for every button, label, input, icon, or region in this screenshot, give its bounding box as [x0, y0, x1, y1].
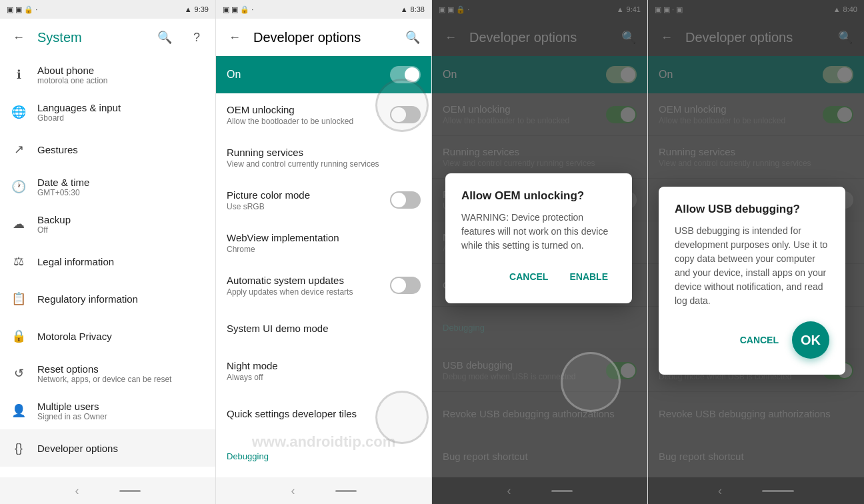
oem-subtitle-mid: Allow the bootloader to be unlocked — [227, 117, 353, 126]
usb-dialog-overlay: Allow USB debugging? USB debugging is in… — [648, 0, 864, 504]
languages-title: Languages & input — [37, 102, 121, 113]
sidebar-item-datetime[interactable]: 🕐 Date & time GMT+05:30 — [0, 168, 215, 205]
legal-title: Legal information — [37, 256, 114, 267]
sidebar-item-reset[interactable]: ↺ Reset options Network, apps, or device… — [0, 355, 215, 392]
qs-title-mid: Quick settings developer tiles — [227, 408, 357, 419]
left-status-right: ▲ 9:39 — [185, 5, 209, 13]
nm-subtitle-mid: Always off — [227, 373, 278, 382]
wifi-icon-mid: ▲ — [401, 5, 408, 13]
left-panel: ▣ ▣ 🔒 · ▲ 9:39 ← System 🔍 ? ℹ About phon… — [0, 0, 216, 504]
languages-subtitle: Gboard — [37, 113, 121, 123]
sidebar-item-users[interactable]: 👤 Multiple users Signed in as Owner — [0, 392, 215, 429]
pc-subtitle-mid: Use sRGB — [227, 202, 310, 211]
about-subtitle: motorola one action — [37, 76, 107, 85]
time-left: 9:39 — [195, 5, 209, 13]
oem-dialog-actions: Cancel Enable — [461, 266, 616, 287]
usb-ok-button[interactable]: OK — [792, 321, 829, 359]
gestures-icon: ↗ — [11, 141, 27, 157]
nav-home-mid[interactable] — [335, 490, 357, 492]
sidebar-item-developer[interactable]: {} Developer options — [0, 429, 215, 467]
reset-subtitle: Network, apps, or device can be reset — [37, 375, 171, 384]
oem-enable-button[interactable]: Enable — [561, 266, 616, 287]
usb-cancel-button[interactable]: Cancel — [732, 329, 787, 351]
on-label-mid: On — [227, 69, 241, 81]
pc-title-mid: Picture color mode — [227, 189, 310, 201]
time-mid: 8:38 — [411, 5, 425, 13]
rs-subtitle-mid: View and control currently running servi… — [227, 159, 379, 169]
backup-icon: ☁ — [11, 216, 27, 232]
users-icon: 👤 — [11, 403, 27, 419]
sidebar-list: ℹ About phone motorola one action 🌐 Lang… — [0, 56, 215, 477]
status-bar-left: ▣ ▣ 🔒 · ▲ 9:39 — [0, 0, 215, 19]
sidebar-item-about[interactable]: ℹ About phone motorola one action — [0, 56, 215, 93]
reset-title: Reset options — [37, 363, 171, 375]
backup-subtitle: Off — [37, 225, 71, 235]
right-panel: ▣ ▣ 🔒 · ▲ 9:41 ← Developer options 🔍 On … — [432, 0, 648, 504]
webview-mid[interactable]: WebView implementation Chrome — [216, 221, 431, 264]
nav-bar-mid: ‹ — [216, 477, 431, 504]
sidebar-item-legal[interactable]: ⚖ Legal information — [0, 243, 215, 280]
oem-dialog-body: WARNING: Device protection features will… — [461, 211, 616, 253]
mid-status-right: ▲ 8:38 — [401, 5, 425, 13]
nm-title-mid: Night mode — [227, 360, 278, 371]
regulatory-icon: 📋 — [11, 291, 27, 307]
about-title: About phone — [37, 65, 107, 76]
left-status-icons: ▣ ▣ 🔒 · — [7, 5, 37, 14]
running-services-mid[interactable]: Running services View and control curren… — [216, 136, 431, 179]
wifi-icon: ▲ — [185, 5, 192, 13]
datetime-icon: 🕐 — [11, 179, 27, 195]
sidebar-item-gestures[interactable]: ↗ Gestures — [0, 131, 215, 168]
oem-cancel-button[interactable]: Cancel — [501, 266, 556, 287]
sidebar-item-privacy[interactable]: 🔒 Motorola Privacy — [0, 317, 215, 355]
usb-dialog-body: USB debugging is intended for developmen… — [675, 224, 829, 308]
ui-demo-mid[interactable]: System UI demo mode — [216, 307, 431, 349]
nav-home-left[interactable] — [119, 490, 141, 492]
au-toggle-thumb-mid — [391, 278, 406, 293]
oem-toggle-circle — [375, 79, 429, 132]
pc-toggle-mid[interactable] — [390, 191, 421, 209]
help-button-left[interactable]: ? — [183, 24, 210, 51]
languages-icon: 🌐 — [11, 104, 27, 120]
picture-color-mid[interactable]: Picture color mode Use sRGB — [216, 179, 431, 221]
reset-icon: ↺ — [11, 365, 27, 381]
oem-dialog-overlay: Allow OEM unlocking? WARNING: Device pro… — [432, 0, 647, 504]
night-mode-mid[interactable]: Night mode Always off — [216, 349, 431, 392]
nav-bar-left: ‹ — [0, 477, 215, 504]
left-appbar: ← System 🔍 ? — [0, 19, 215, 56]
mid-panel: ▣ ▣ 🔒 · ▲ 8:38 ← Developer options 🔍 On … — [216, 0, 432, 504]
nav-back-mid[interactable]: ‹ — [291, 484, 295, 498]
sidebar-item-languages[interactable]: 🌐 Languages & input Gboard — [0, 93, 215, 131]
search-button-mid[interactable]: 🔍 — [399, 24, 426, 51]
developer-icon: {} — [11, 440, 27, 456]
au-title-mid: Automatic system updates — [227, 275, 353, 286]
au-subtitle-mid: Apply updates when device restarts — [227, 287, 353, 297]
left-appbar-title: System — [37, 30, 146, 45]
nav-back-left[interactable]: ‹ — [75, 484, 79, 498]
backup-title: Backup — [37, 214, 71, 225]
mid-appbar: ← Developer options 🔍 — [216, 19, 431, 56]
regulatory-title: Regulatory information — [37, 293, 138, 305]
sidebar-item-updates[interactable]: 📱 System updates Updated to Android 9 — [0, 467, 215, 477]
mid-appbar-title: Developer options — [253, 30, 394, 45]
uid-title-mid: System UI demo mode — [227, 323, 329, 334]
oem-dialog: Allow OEM unlocking? WARNING: Device pro… — [445, 173, 632, 303]
users-title: Multiple users — [37, 401, 107, 412]
sidebar-item-regulatory[interactable]: 📋 Regulatory information — [0, 280, 215, 317]
rs-title-mid: Running services — [227, 147, 379, 158]
far-panel: ▣ ▣ · ▣ ▲ 8:40 ← Developer options 🔍 On … — [648, 0, 864, 504]
about-icon: ℹ — [11, 67, 27, 83]
privacy-icon: 🔒 — [11, 328, 27, 344]
oem-title-mid: OEM unlocking — [227, 104, 353, 115]
oem-dialog-title: Allow OEM unlocking? — [461, 189, 616, 203]
usb-toggle-circle — [375, 391, 429, 444]
usb-dialog-title: Allow USB debugging? — [675, 203, 829, 216]
sidebar-item-backup[interactable]: ☁ Backup Off — [0, 205, 215, 243]
enable-circle — [561, 352, 621, 412]
back-button-left[interactable]: ← — [5, 24, 32, 51]
datetime-title: Date & time — [37, 177, 89, 188]
auto-updates-mid[interactable]: Automatic system updates Apply updates w… — [216, 264, 431, 307]
developer-title: Developer options — [37, 443, 118, 454]
back-button-mid[interactable]: ← — [221, 24, 248, 51]
search-button-left[interactable]: 🔍 — [151, 24, 178, 51]
au-toggle-mid[interactable] — [390, 277, 421, 294]
